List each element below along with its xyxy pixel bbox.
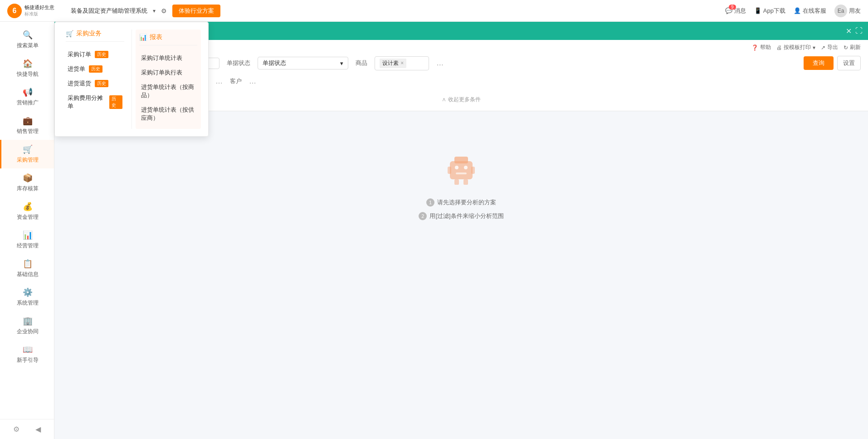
sidebar-item-system[interactable]: ⚙️ 系统管理 [0, 283, 54, 311]
message-btn[interactable]: 💬 9 消息 [725, 7, 746, 15]
marketing-icon: 📢 [23, 87, 33, 97]
refresh-btn[interactable]: ↻ 刷新 [844, 44, 861, 51]
message-count: 9 [729, 5, 736, 10]
menu-item-order-exec[interactable]: 采购订单执行表 [139, 65, 198, 80]
tab-expand-icon[interactable]: ⛶ [855, 27, 863, 35]
customer-label: 客户 [230, 77, 242, 85]
menu-item-order-stats[interactable]: 采购订单统计表 [139, 51, 198, 65]
sidebar-item-purchase[interactable]: 🛒 采购管理 [0, 140, 54, 168]
goods-input[interactable]: 设计素 × [375, 56, 429, 70]
guide-icon: 📖 [23, 345, 33, 355]
svg-point-3 [464, 166, 468, 169]
user-menu[interactable]: Ea 用友 [834, 5, 861, 17]
print-btn[interactable]: 🖨 按模板打印 ▾ [776, 44, 815, 51]
incoming-by-supplier-label: 进货单统计表（按供应商） [141, 106, 196, 122]
purchase-order-history: 历史 [95, 51, 108, 58]
report-label: 报表 [150, 33, 162, 41]
phone-icon: 📱 [754, 7, 761, 14]
goods-label: 商品 [356, 59, 367, 67]
menu-item-incoming[interactable]: 进货单 历史 [66, 62, 124, 76]
help-label: 帮助 [760, 44, 771, 51]
sidebar-item-sales[interactable]: 💼 销售管理 [0, 111, 54, 140]
menu-item-purchase-expense[interactable]: 采购费用分摊单 历史 [66, 91, 124, 113]
home-icon: 🏠 [23, 59, 33, 69]
system-title: 装备及固定资产辅助管理系统 [71, 7, 147, 15]
sidebar-label-search: 搜索菜单 [17, 42, 39, 49]
goods-tag: 设计素 × [380, 59, 406, 68]
sidebar-item-enterprise[interactable]: 🏢 企业协同 [0, 311, 54, 340]
sidebar-item-finance[interactable]: 💰 资金管理 [0, 197, 54, 226]
sidebar-item-quick-nav[interactable]: 🏠 快捷导航 [0, 54, 54, 83]
voucher-status-chevron: ▾ [340, 60, 343, 67]
sidebar-label-operation: 经营管理 [17, 242, 39, 250]
menu-divider [132, 30, 132, 129]
empty-step-1: 1 请先选择要分析的方案 [426, 198, 496, 207]
logo-icon: 6 [7, 4, 22, 18]
print-dropdown-icon[interactable]: ▾ [813, 44, 815, 51]
refresh-label: 刷新 [850, 44, 861, 51]
sidebar-label-system: 系统管理 [17, 299, 39, 307]
sidebar: 🔍 搜索菜单 🏠 快捷导航 📢 营销推广 💼 销售管理 🛒 采购管理 📦 库存核… [0, 22, 54, 439]
tab-close-all-icon[interactable]: ✕ [846, 27, 852, 35]
order-exec-label: 采购订单执行表 [141, 69, 182, 77]
svg-rect-4 [456, 173, 467, 174]
svg-rect-7 [454, 179, 459, 185]
menu-item-incoming-by-supplier[interactable]: 进货单统计表（按供应商） [139, 103, 198, 125]
purchase-business-title: 🛒 采购业务 [66, 30, 124, 42]
help-icon: ❓ [751, 44, 758, 51]
sidebar-item-operation[interactable]: 📊 经营管理 [0, 226, 54, 254]
search-icon: 🔍 [23, 30, 33, 40]
settings-icon[interactable]: ⚙ [161, 7, 167, 15]
svg-rect-6 [471, 167, 475, 174]
purchase-report-section: 📊 报表 采购订单统计表 采购订单执行表 进货单统计表（按商品） 进货单统计表（… [136, 30, 201, 129]
voucher-status-select[interactable]: 单据状态 ▾ [258, 57, 348, 69]
goods-more-btn[interactable]: … [436, 59, 444, 67]
svg-rect-1 [454, 157, 468, 163]
service-icon: 👤 [794, 7, 801, 14]
print-label: 按模板打印 [784, 44, 811, 51]
export-btn[interactable]: ↗ 导出 [821, 44, 838, 51]
goods-tag-text: 设计素 [382, 59, 399, 67]
customer-more-btn[interactable]: … [249, 77, 256, 85]
menu-item-incoming-by-goods[interactable]: 进货单统计表（按商品） [139, 80, 198, 103]
export-label: 导出 [827, 44, 838, 51]
order-stats-label: 采购订单统计表 [141, 54, 182, 62]
industry-btn[interactable]: 体验行业方案 [172, 5, 220, 17]
logo-area: 6 畅捷通好生意 标准版 [7, 4, 62, 18]
header-middle: 装备及固定资产辅助管理系统 ▾ ⚙ 体验行业方案 [62, 5, 725, 17]
tab-bar-actions: ✕ ⛶ [846, 27, 863, 35]
query-btn[interactable]: 查询 [804, 56, 834, 70]
collapse-sidebar-icon[interactable]: ◀ [35, 425, 41, 434]
dropdown-arrow[interactable]: ▾ [153, 8, 156, 14]
purchase-business-label: 采购业务 [76, 30, 102, 38]
sidebar-item-search[interactable]: 🔍 搜索菜单 [0, 25, 54, 54]
settings-bottom-icon[interactable]: ⚙ [13, 425, 20, 434]
sidebar-item-inventory[interactable]: 📦 库存核算 [0, 168, 54, 197]
app-download-btn[interactable]: 📱 App下载 [754, 7, 785, 15]
sidebar-label-marketing: 营销推广 [17, 99, 39, 107]
menu-item-return[interactable]: 进货退货 历史 [66, 76, 124, 91]
sidebar-item-marketing[interactable]: 📢 营销推广 [0, 83, 54, 111]
sidebar-item-guide[interactable]: 📖 新手引导 [0, 340, 54, 369]
menu-item-purchase-order[interactable]: 采购订单 历史 [66, 47, 124, 62]
sidebar-item-basic[interactable]: 📋 基础信息 [0, 254, 54, 283]
message-icon-wrapper: 💬 9 [725, 7, 732, 14]
finance-icon: 💰 [23, 202, 33, 212]
svg-rect-0 [450, 161, 473, 179]
svg-rect-8 [463, 179, 468, 185]
purchase-business-section: 🛒 采购业务 采购订单 历史 进货单 历史 进货退货 历史 采购费用分摊单 历史 [62, 30, 128, 129]
sidebar-label-finance: 资金管理 [17, 213, 39, 221]
online-service-btn[interactable]: 👤 在线客服 [794, 7, 826, 15]
salesperson-more-btn[interactable]: … [215, 77, 223, 85]
goods-tag-close[interactable]: × [400, 60, 404, 66]
sidebar-label-basic: 基础信息 [17, 271, 39, 278]
purchase-report-title: 📊 报表 [139, 33, 198, 45]
sidebar-label-guide: 新手引导 [17, 356, 39, 364]
operation-icon: 📊 [23, 230, 33, 240]
sidebar-label-purchase: 采购管理 [17, 156, 39, 164]
user-avatar: Ea [834, 5, 847, 17]
settings-btn[interactable]: 设置 [837, 56, 861, 70]
purchase-order-label: 采购订单 [68, 50, 91, 59]
help-btn[interactable]: ❓ 帮助 [751, 44, 771, 51]
report-icon: 📊 [139, 34, 147, 41]
